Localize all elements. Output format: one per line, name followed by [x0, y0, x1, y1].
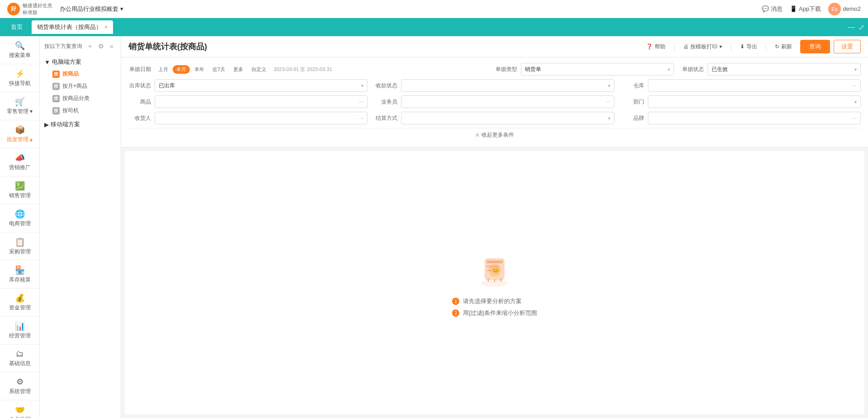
filter-row-1: 单据日期 上月 本月 本年 近7天 更多 自定义 2023-03-01 至 20… [128, 63, 861, 76]
sidebar-item-wholesale[interactable]: 📦 批发管理 ▴ [0, 120, 39, 148]
scheme-group-pc-header[interactable]: ▼ 电脑端方案 [40, 56, 121, 68]
department-select[interactable]: ▾ [648, 95, 861, 108]
collection-status-select[interactable]: ▾ [401, 79, 614, 92]
user-avatar[interactable]: Ea demo2 [828, 3, 861, 15]
sidebar-item-basic[interactable]: 🗂 基础信息 [0, 345, 39, 372]
this-year-button[interactable]: 本年 [191, 65, 208, 74]
chevron-down-icon: ▾ [854, 67, 857, 72]
page-header: 销货单统计表(按商品) ❓ 帮助 | 🖨 按模板打印 ▾ | ⬇ [121, 36, 868, 57]
print-button[interactable]: 🖨 按模板打印 ▾ [679, 41, 726, 52]
download-button[interactable]: 📱 App下载 [790, 5, 821, 13]
tab-home[interactable]: 首页 [4, 20, 30, 34]
doc-status-field: 单据状态 已生效 ▾ [681, 63, 861, 76]
filter-row-3: 商品 ··· 业务员 ··· 部门 [128, 95, 861, 108]
more-icon: ··· [606, 99, 610, 105]
tip-num-2: 2 [452, 309, 459, 317]
consignee-input[interactable]: ··· [155, 112, 368, 124]
export-button[interactable]: ⬇ 导出 [736, 41, 762, 52]
product-input[interactable]: ··· [155, 95, 368, 108]
brand-field: 品牌 ··· [622, 112, 861, 124]
chevron-down-icon: ▾ [608, 83, 610, 88]
search-icon: 🔍 [2, 41, 38, 51]
refresh-button[interactable]: ↻ 刷新 [770, 41, 797, 52]
scheme-item-by-category[interactable]: 按 按商品分类 [40, 92, 121, 104]
scheme-group-pc: ▼ 电脑端方案 按 按商品 按 按月+商品 按 按商品分类 按 按司机 [40, 54, 121, 119]
tab-close-icon[interactable]: × [104, 24, 108, 30]
sidebar-item-ops[interactable]: 📊 经营管理 [0, 317, 39, 345]
sidebar-item-marketing[interactable]: 📣 营销推广 [0, 148, 39, 176]
sidebar-item-sales[interactable]: 💹 销售管理 [0, 176, 39, 204]
scheme-item-by-product[interactable]: 按 按商品 [40, 68, 121, 80]
settlement-select[interactable]: ▾ [401, 112, 614, 124]
product-field: 商品 ··· [128, 95, 368, 108]
custom-button[interactable]: 自定义 [248, 65, 270, 74]
sidebar-item-ecommerce[interactable]: 🌐 电商管理 [0, 204, 39, 233]
help-button[interactable]: ❓ 帮助 [642, 41, 670, 52]
scheme-panel-icons: + ⚙ « [85, 42, 116, 51]
this-month-button[interactable]: 本月 [173, 65, 190, 74]
sidebar-item-purchase[interactable]: 📋 采购管理 [0, 233, 39, 261]
consignee-label: 收货人 [128, 114, 151, 122]
sidebar: 🔍 搜索菜单 ⚡ 快捷导航 🛒 零售管理 ▾ 📦 批发管理 ▴ 📣 营销推广 💹… [0, 36, 40, 418]
top-bar: 好 畅捷通好生意 标准版 办公用品行业模拟账套 ▾ 💬 消息 📱 App下载 E… [0, 0, 868, 18]
scheme-item-label: 按商品分类 [62, 95, 90, 102]
brand-input[interactable]: ··· [648, 112, 861, 124]
settlement-field: 结算方式 ▾ [375, 112, 614, 124]
warehouse-input[interactable]: ··· [648, 79, 861, 92]
sidebar-item-retail[interactable]: 🛒 零售管理 ▾ [0, 92, 39, 120]
filter-row-4: 收货人 ··· 结算方式 ▾ 品牌 [128, 112, 861, 124]
sidebar-item-quick-nav[interactable]: ⚡ 快捷导航 [0, 64, 39, 92]
sidebar-item-system[interactable]: ⚙ 系统管理 [0, 372, 39, 400]
corp-icon: 🤝 [2, 405, 38, 415]
warehouse-label: 仓库 [622, 82, 644, 90]
sidebar-item-search[interactable]: 🔍 搜索菜单 [0, 36, 39, 64]
message-button[interactable]: 💬 消息 [762, 5, 783, 13]
scheme-item-by-cashier[interactable]: 按 按司机 [40, 104, 121, 117]
more-button[interactable]: 更多 [230, 65, 247, 74]
retail-icon: 🛒 [2, 97, 38, 107]
tab-active[interactable]: 销货单统计表（按商品） × [32, 20, 113, 34]
settings-button[interactable]: 设置 [834, 40, 861, 53]
doc-type-select[interactable]: 销货单 ▾ [521, 63, 674, 76]
more-icon: ··· [359, 99, 363, 105]
filter-row-2: 出库状态 已出库 ▾ 收款状态 ▾ 仓库 [128, 79, 861, 92]
scheme-item-by-month-product[interactable]: 按 按月+商品 [40, 80, 121, 92]
collapse-conditions-button[interactable]: ∧ 收起更多条件 [128, 128, 861, 142]
lightning-icon: ⚡ [2, 69, 38, 79]
scheme-collapse-button[interactable]: « [107, 42, 116, 51]
doc-status-label: 单据状态 [681, 66, 704, 73]
print-chevron-down-icon: ▾ [719, 43, 722, 50]
sales-icon: 💹 [2, 181, 38, 191]
marketing-icon: 📣 [2, 153, 38, 163]
chevron-down-icon: ▾ [668, 67, 670, 72]
chevron-down-icon: ▾ [854, 100, 857, 104]
sidebar-item-finance[interactable]: 💰 资金管理 [0, 289, 39, 317]
empty-tips: 1 请先选择要分析的方案 2 用[过滤]条件来缩小分析范围 [452, 297, 537, 321]
scheme-item-icon: 按 [52, 107, 60, 114]
doc-type-field: 单据类型 销货单 ▾ [495, 63, 674, 76]
query-button[interactable]: 查询 [800, 40, 830, 53]
print-icon: 🖨 [683, 43, 689, 50]
basic-icon: 🗂 [2, 349, 38, 359]
scheme-group-mobile-label: 移动端方案 [51, 120, 80, 128]
sidebar-item-corp[interactable]: 🤝 企业协同 [0, 400, 39, 418]
sidebar-item-inventory[interactable]: 🏪 库存核算 [0, 261, 39, 289]
last-month-button[interactable]: 上月 [155, 65, 172, 74]
collection-status-field: 收款状态 ▾ [375, 79, 614, 92]
scheme-settings-button[interactable]: ⚙ [96, 42, 105, 51]
tab-expand-button[interactable]: ⤢ [859, 23, 864, 32]
scheme-add-button[interactable]: + [85, 42, 94, 51]
doc-status-select[interactable]: 已生效 ▾ [708, 63, 861, 76]
chevron-down-icon: ▼ [44, 59, 50, 66]
help-icon: ❓ [646, 43, 653, 50]
scheme-item-icon: 按 [52, 71, 60, 78]
salesperson-input[interactable]: ··· [401, 95, 614, 108]
warehouse-field: 仓库 ··· [622, 79, 861, 92]
ecommerce-icon: 🌐 [2, 209, 38, 219]
scheme-item-label: 按商品 [62, 70, 79, 78]
tab-minimize-button[interactable]: — [848, 23, 855, 32]
out-status-select[interactable]: 已出库 ▾ [155, 79, 368, 92]
scheme-group-mobile[interactable]: ▶ 移动端方案 [40, 119, 121, 130]
last7-button[interactable]: 近7天 [209, 65, 229, 74]
app-selector[interactable]: 办公用品行业模拟账套 ▾ [56, 5, 127, 13]
